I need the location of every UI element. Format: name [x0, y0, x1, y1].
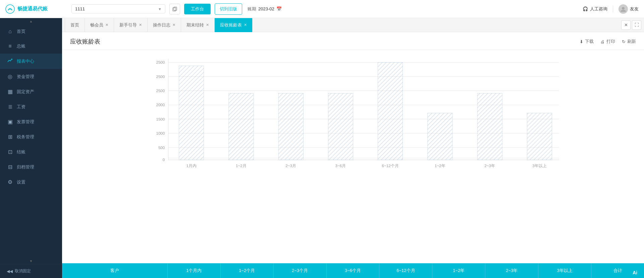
consult-label: 人工咨询: [590, 6, 607, 12]
page-actions: ⬇ 下载 🖨 打印 ↻ 刷新: [580, 39, 636, 45]
company-selector[interactable]: 1111 ▼: [71, 4, 165, 13]
print-button[interactable]: 🖨 打印: [600, 39, 615, 45]
sidebar-item-assets[interactable]: ▦ 固定资产: [0, 84, 62, 99]
svg-text:1~2月: 1~2月: [236, 163, 247, 168]
sidebar-item-home[interactable]: ⌂ 首页: [0, 24, 62, 39]
settings-icon: ⚙: [7, 179, 13, 185]
svg-text:1月内: 1月内: [186, 163, 197, 168]
sidebar-items: ⌂ 首页 ≡ 总账 报表中心 ◎ 资金管理 ▦ 固定资产: [0, 24, 62, 258]
col-year3plus: 3年以上: [538, 263, 591, 278]
svg-text:2500: 2500: [156, 74, 165, 79]
user-area[interactable]: 友友: [619, 4, 639, 14]
cancel-fixed-icon: ◀◀: [7, 269, 13, 274]
col-month36: 3~6个月: [327, 263, 380, 278]
sidebar-item-label: 总账: [17, 43, 25, 49]
bar-chart: 2500 2500 2500 2000 1500 1000 500 0: [70, 55, 636, 176]
logo-icon: [5, 4, 15, 14]
svg-text:3年以上: 3年以上: [532, 163, 546, 168]
tab-label: 首页: [70, 22, 79, 28]
bar-month612: [378, 62, 403, 160]
bar-month23: [278, 93, 303, 160]
refresh-icon: ↻: [622, 39, 626, 44]
svg-point-0: [6, 5, 14, 13]
tab-close-icon[interactable]: ✕: [105, 23, 108, 27]
sidebar-item-archive[interactable]: ⊟ 归档管理: [0, 159, 62, 175]
col-customer: 客户: [62, 263, 168, 278]
sidebar-item-settings[interactable]: ⚙ 设置: [0, 175, 62, 190]
col-month12: 1~2个月: [221, 263, 274, 278]
bar-month36: [328, 93, 353, 160]
sidebar-scroll-up[interactable]: ▲: [0, 18, 62, 24]
tab-close-icon[interactable]: ✕: [206, 23, 209, 27]
cancel-fixed-button[interactable]: ◀◀ 取消固定: [0, 264, 62, 278]
sidebar-item-invoice[interactable]: ▣ 发票管理: [0, 114, 62, 129]
svg-text:500: 500: [158, 145, 165, 150]
download-icon: ⬇: [580, 39, 583, 44]
sidebar-item-label: 资金管理: [17, 74, 34, 80]
tab-close-icon[interactable]: ✕: [244, 23, 247, 27]
download-button[interactable]: ⬇ 下载: [580, 39, 594, 45]
funds-icon: ◎: [7, 73, 13, 80]
tab-label: 畅会员: [90, 22, 103, 28]
page-title: 应收账龄表: [70, 38, 100, 46]
refresh-button[interactable]: ↻ 刷新: [622, 39, 636, 45]
tax-icon: ⊞: [7, 134, 13, 140]
tab-oplog[interactable]: 操作日志 ✕: [148, 18, 181, 32]
tab-member[interactable]: 畅会员 ✕: [85, 18, 114, 32]
consult-button[interactable]: 🎧 人工咨询: [583, 6, 607, 12]
header-right: 🎧 人工咨询 友友: [583, 4, 639, 14]
switch-version-button[interactable]: 切到旧版: [215, 3, 242, 15]
sidebar-item-label: 归档管理: [17, 164, 34, 170]
svg-text:1500: 1500: [156, 117, 165, 121]
calendar-icon[interactable]: 📅: [276, 6, 282, 11]
logo-text: 畅捷通易代账: [17, 6, 48, 12]
tab-close-icon[interactable]: ✕: [139, 23, 142, 27]
sidebar-item-label: 发票管理: [17, 119, 34, 125]
tab-aging[interactable]: 应收账龄表 ✕: [215, 18, 253, 32]
download-label: 下载: [585, 39, 594, 45]
workbench-button[interactable]: 工作台: [184, 4, 211, 14]
maximize-tab-button[interactable]: ⛶: [632, 20, 641, 30]
tab-guide[interactable]: 新手引导 ✕: [114, 18, 148, 32]
svg-text:2500: 2500: [156, 88, 165, 93]
tab-controls: ✕ ⛶: [621, 20, 641, 30]
sidebar-item-label: 工资: [17, 104, 25, 110]
copy-button[interactable]: [169, 4, 180, 14]
svg-text:2~3月: 2~3月: [285, 163, 296, 168]
home-icon: ⌂: [7, 28, 13, 34]
svg-text:2~3年: 2~3年: [484, 163, 495, 168]
table-header: 客户 1个月内 1~2个月 2~3个月 3~6个月 6~12个月 1~2年 2~…: [62, 263, 644, 278]
ai-badge[interactable]: Ai: [626, 267, 644, 278]
bar-month12: [229, 93, 254, 160]
print-icon: 🖨: [600, 39, 605, 44]
refresh-label: 刷新: [627, 39, 636, 45]
col-month612: 6~12个月: [379, 263, 432, 278]
col-month23: 2~3个月: [274, 263, 327, 278]
svg-text:2000: 2000: [156, 102, 165, 107]
col-year12: 1~2年: [432, 263, 485, 278]
tab-home[interactable]: 首页: [65, 18, 85, 32]
user-avatar: [619, 4, 628, 14]
tab-period-end[interactable]: 期末结转 ✕: [181, 18, 215, 32]
sidebar-item-funds[interactable]: ◎ 资金管理: [0, 69, 62, 84]
sidebar-item-salary[interactable]: ≣ 工资: [0, 99, 62, 114]
svg-text:3~6月: 3~6月: [335, 163, 346, 168]
sidebar-item-label: 报表中心: [17, 58, 34, 64]
app-header: 畅捷通易代账 1111 ▼ 工作台 切到旧版 账期 2023-02 📅 🎧 人工…: [0, 0, 644, 18]
sidebar-scroll-down[interactable]: ▼: [0, 258, 62, 264]
main-layout: ▲ ⌂ 首页 ≡ 总账 报表中心 ◎ 资金管理 ▦ 固定资产: [0, 18, 644, 278]
archive-icon: ⊟: [7, 164, 13, 170]
print-label: 打印: [606, 39, 615, 45]
close-tab-button[interactable]: ✕: [621, 20, 631, 30]
period-area: 账期 2023-02 📅: [248, 6, 282, 12]
sidebar-item-checkout[interactable]: ⊡ 结账: [0, 144, 62, 159]
sidebar-item-label: 首页: [17, 28, 25, 34]
tab-close-icon[interactable]: ✕: [172, 23, 175, 27]
sidebar-item-reports[interactable]: 报表中心: [0, 54, 62, 69]
sidebar-item-label: 结账: [17, 149, 25, 155]
sidebar-item-ledger[interactable]: ≡ 总账: [0, 39, 62, 54]
chart-container: 2500 2500 2500 2000 1500 1000 500 0: [70, 55, 636, 176]
period-label: 账期: [248, 6, 256, 12]
sidebar-item-tax[interactable]: ⊞ 税务管理: [0, 129, 62, 144]
tab-label: 应收账龄表: [220, 22, 242, 28]
